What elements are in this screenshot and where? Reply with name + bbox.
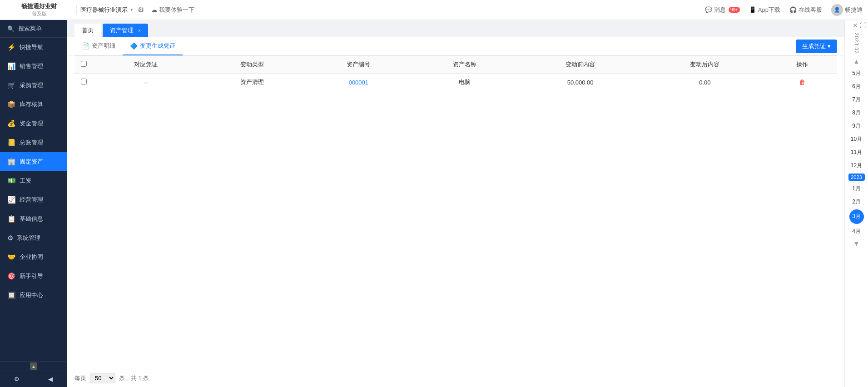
right-panel-close-icon[interactable]: ✕	[853, 22, 858, 29]
calendar-month-10[interactable]: 10月	[848, 133, 866, 145]
select-all-checkbox[interactable]	[81, 61, 87, 67]
support-action[interactable]: 🎧 在线客服	[789, 6, 822, 14]
th-asset-name: 资产名称	[412, 56, 518, 74]
tab-change-voucher[interactable]: 🔷 变更生成凭证	[123, 37, 183, 55]
app-download-action[interactable]: 📱 App下载	[749, 6, 780, 14]
module-chevron-icon: ▾	[130, 7, 133, 13]
table-header-row: 对应凭证 变动类型 资产编号 资产名称	[74, 56, 837, 74]
asset-change-table: 对应凭证 变动类型 资产编号 资产名称	[74, 55, 837, 91]
row-checkbox-cell	[74, 74, 93, 91]
sidebar-settings-button[interactable]: ⚙	[0, 371, 34, 387]
tab-asset-manage[interactable]: 资产管理 ×	[103, 24, 148, 37]
delete-row-icon[interactable]: 🗑	[799, 79, 805, 86]
row-voucher: --	[93, 74, 199, 91]
calendar-month-7[interactable]: 7月	[848, 94, 866, 106]
sidebar-app-center-label: 应用中心	[20, 291, 43, 299]
sidebar-quick-nav-label: 快捷导航	[20, 43, 43, 51]
generate-dropdown-icon: ▾	[828, 43, 831, 50]
sidebar-item-collaboration[interactable]: 🤝 企业协同	[0, 248, 67, 267]
finance-icon: 💰	[7, 119, 16, 128]
tab-change-voucher-label: 变更生成凭证	[140, 42, 175, 50]
search-icon: 🔍	[7, 25, 15, 32]
sidebar-sales-label: 销售管理	[20, 62, 43, 70]
sidebar-bottom-row: ⚙ ◀	[0, 371, 67, 387]
th-voucher: 对应凭证	[93, 56, 199, 74]
content-area: 首页 资产管理 × 📄 资产明细 🔷 变更生成凭证	[67, 20, 844, 387]
per-page-select[interactable]: 50 10 20 100	[90, 373, 115, 383]
sidebar-item-app-center[interactable]: 🔲 应用中心	[0, 286, 67, 305]
sidebar-operations-label: 经营管理	[20, 196, 43, 204]
row-checkbox[interactable]	[81, 79, 87, 84]
right-panel-expand-icon[interactable]: ⛶	[860, 22, 866, 29]
sidebar-purchase-label: 采购管理	[20, 81, 43, 89]
right-panel-header: ✕ ⛶	[845, 20, 868, 31]
sidebar-item-ledger[interactable]: 📒 总账管理	[0, 133, 67, 152]
calendar-month-12[interactable]: 12月	[848, 159, 866, 172]
app-label: App下载	[758, 6, 780, 14]
tab-home-label: 首页	[82, 27, 94, 34]
inner-tab-bar: 📄 资产明细 🔷 变更生成凭证 生成凭证 ▾	[67, 37, 844, 55]
th-before-content: 变动前内容	[518, 56, 643, 74]
sidebar-settings-icon: ⚙	[14, 376, 20, 382]
sidebar-item-finance[interactable]: 💰 资金管理	[0, 114, 67, 133]
message-badge: 99+	[729, 7, 740, 13]
sidebar-collapse-icon: ◀	[48, 376, 53, 382]
sidebar-ledger-label: 总账管理	[20, 139, 43, 147]
sidebar-item-basic-info[interactable]: 📋 基础信息	[0, 209, 67, 228]
tab-close-icon[interactable]: ×	[138, 28, 141, 33]
calendar-scroll-up[interactable]: ▲	[852, 56, 862, 67]
sidebar-item-sales[interactable]: 📊 销售管理	[0, 57, 67, 76]
th-after-content: 变动后内容	[643, 56, 767, 74]
user-action[interactable]: 👤 畅捷通	[831, 4, 863, 16]
sidebar-item-search[interactable]: 🔍 搜索菜单	[0, 20, 67, 38]
th-operation: 操作	[767, 56, 837, 74]
sidebar-item-fixed-assets[interactable]: 🏢 固定资产	[0, 152, 67, 171]
sidebar-scroll-up[interactable]: ▲	[30, 362, 37, 370]
sidebar-system-label: 系统管理	[17, 234, 40, 242]
app-icon: 📱	[749, 6, 756, 13]
calendar-month-11[interactable]: 11月	[848, 146, 866, 159]
company-name: 畅捷通好业财	[21, 2, 57, 10]
generate-voucher-button[interactable]: 生成凭证 ▾	[796, 40, 837, 53]
page-content: 📄 资产明细 🔷 变更生成凭证 生成凭证 ▾	[67, 37, 844, 387]
sidebar-item-inventory[interactable]: 📦 库存核算	[0, 95, 67, 114]
message-action[interactable]: 💬 消息 99+	[705, 6, 740, 14]
tab-asset-detail[interactable]: 📄 资产明细	[74, 37, 123, 55]
fixed-assets-icon: 🏢	[7, 158, 16, 166]
calendar-month-9[interactable]: 9月	[848, 120, 866, 132]
guide-icon: 🎯	[7, 272, 16, 280]
sidebar-inventory-label: 库存核算	[20, 100, 43, 109]
sidebar-item-system[interactable]: ⚙ 系统管理	[0, 228, 67, 248]
sidebar-item-operations[interactable]: 📈 经营管理	[0, 190, 67, 209]
app-center-icon: 🔲	[7, 291, 16, 299]
module-selector[interactable]: 医疗器械行业演示 ▾	[80, 6, 133, 14]
sidebar-item-purchase[interactable]: 🛒 采购管理	[0, 76, 67, 95]
system-icon: ⚙	[7, 234, 13, 242]
sidebar-item-quick-nav[interactable]: ⚡ 快捷导航	[0, 38, 67, 57]
company-tag: 普及版	[32, 10, 47, 17]
calendar-month-3-current[interactable]: 3月	[849, 209, 864, 224]
calendar-month-2[interactable]: 2月	[848, 196, 866, 208]
main-layout: 🔍 搜索菜单 ⚡ 快捷导航 📊 销售管理 🛒 采购管理 📦 库存核算 💰 资金管…	[0, 20, 868, 387]
sidebar-item-guide[interactable]: 🎯 新手引导	[0, 267, 67, 286]
calendar-month-1[interactable]: 1月	[848, 183, 866, 195]
row-asset-name: 电脑	[412, 74, 518, 91]
message-icon: 💬	[705, 6, 712, 13]
tab-home[interactable]: 首页	[74, 24, 101, 37]
sidebar-bottom: ▲ ⚙ ◀	[0, 361, 67, 387]
sidebar-collapse-button[interactable]: ◀	[34, 371, 67, 387]
calendar-month-6[interactable]: 6月	[848, 80, 866, 93]
calendar-month-8[interactable]: 8月	[848, 107, 866, 119]
experience-button[interactable]: ☁ 我要体验一下	[151, 6, 194, 14]
module-settings-icon[interactable]: ⚙	[138, 5, 144, 14]
pagination-bar: 每页 50 10 20 100 条，共 1 条	[67, 369, 844, 387]
row-asset-no: 000001	[305, 74, 412, 91]
calendar-month-5[interactable]: 5月	[848, 67, 866, 79]
sidebar-search-label: 搜索菜单	[18, 25, 42, 33]
sidebar-item-salary[interactable]: 💵 工资	[0, 171, 67, 190]
th-checkbox	[74, 56, 93, 74]
sidebar-salary-label: 工资	[20, 177, 31, 185]
calendar-month-4[interactable]: 4月	[848, 225, 866, 238]
table-row: -- 资产清理 000001 电脑 50,000.00 0.00 🗑	[74, 74, 837, 91]
calendar-scroll-down[interactable]: ▼	[852, 238, 862, 249]
